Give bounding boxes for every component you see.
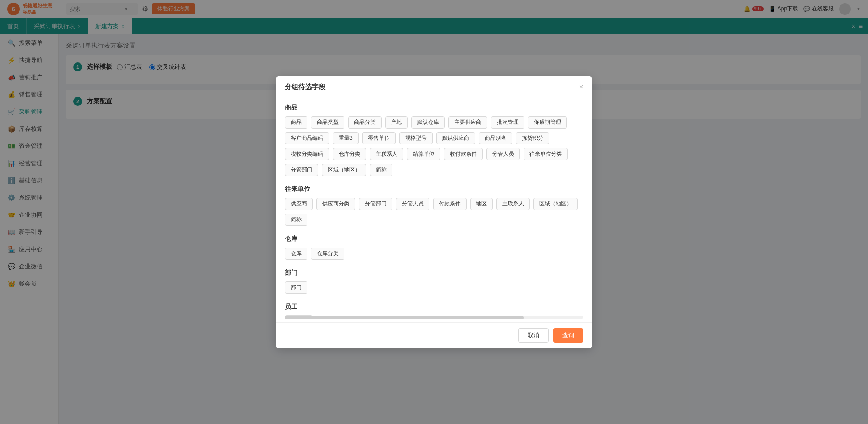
modal-title: 分组待选字段 <box>285 83 326 91</box>
field-tag[interactable]: 往来单位分类 <box>524 148 568 160</box>
field-group-dept-title: 部门 <box>285 269 583 277</box>
field-tag[interactable]: 仓库分类 <box>333 148 366 160</box>
field-group-staff-title: 员工 <box>285 303 583 311</box>
field-tag[interactable]: 仓库 <box>285 248 307 260</box>
field-tag[interactable]: 拣货积分 <box>516 132 549 144</box>
field-tag[interactable]: 地区 <box>470 198 493 210</box>
field-group-counterparty-title: 往来单位 <box>285 185 583 193</box>
field-tag[interactable]: 客户商品编码 <box>285 132 329 144</box>
field-tag[interactable]: 分管部门 <box>359 198 392 210</box>
field-tag[interactable]: 主联系人 <box>370 148 403 160</box>
field-tag[interactable]: 收付款条件 <box>444 148 483 160</box>
field-tag[interactable]: 重量3 <box>333 132 359 144</box>
field-tag[interactable]: 税收分类编码 <box>285 148 329 160</box>
counterparty-field-tags: 供应商 供应商分类 分管部门 分管人员 付款条件 地区 主联系人 区域（地区） … <box>285 198 583 226</box>
cancel-button[interactable]: 取消 <box>518 328 549 343</box>
modal-body: 商品 商品 商品类型 商品分类 产地 默认仓库 主要供应商 批次管理 保质期管理… <box>276 96 592 316</box>
field-tag[interactable]: 零售单位 <box>362 132 396 144</box>
field-tag[interactable]: 批次管理 <box>491 116 524 129</box>
field-tag[interactable]: 默认供应商 <box>436 132 475 144</box>
field-tag[interactable]: 区域（地区） <box>322 164 366 176</box>
field-tag[interactable]: 默认仓库 <box>411 116 445 129</box>
field-group-warehouse: 仓库 仓库 仓库分类 <box>285 235 583 260</box>
field-tag[interactable]: 供应商 <box>285 198 313 210</box>
field-group-staff: 员工 业务员 <box>285 303 583 316</box>
modal-horizontal-scroll-thumb <box>285 316 524 319</box>
field-tag[interactable]: 产地 <box>385 116 408 129</box>
field-tag[interactable]: 商品类型 <box>311 116 344 129</box>
field-tag[interactable]: 保质期管理 <box>528 116 567 129</box>
field-tag[interactable]: 付款条件 <box>433 198 467 210</box>
modal-close-icon[interactable]: × <box>579 83 583 91</box>
dept-field-tags: 部门 <box>285 281 583 294</box>
field-select-modal: 分组待选字段 × 商品 商品 商品类型 商品分类 产地 默认仓库 主要供应商 批… <box>276 76 592 348</box>
field-tag[interactable]: 分管人员 <box>396 198 429 210</box>
field-tag[interactable]: 区域（地区） <box>533 198 578 210</box>
field-tag[interactable]: 仓库分类 <box>311 248 344 260</box>
field-tag[interactable]: 简称 <box>370 164 392 176</box>
field-tag[interactable]: 供应商分类 <box>316 198 355 210</box>
field-group-dept: 部门 部门 <box>285 269 583 294</box>
field-group-product-title: 商品 <box>285 104 583 112</box>
field-tag[interactable]: 部门 <box>285 281 307 294</box>
field-tag[interactable]: 简称 <box>285 214 307 226</box>
field-group-counterparty: 往来单位 供应商 供应商分类 分管部门 分管人员 付款条件 地区 主联系人 区域… <box>285 185 583 226</box>
modal-horizontal-scrollbar[interactable] <box>285 316 583 319</box>
field-group-warehouse-title: 仓库 <box>285 235 583 243</box>
field-tag[interactable]: 分管部门 <box>285 164 318 176</box>
field-tag[interactable]: 商品分类 <box>348 116 382 129</box>
field-tag[interactable]: 规格型号 <box>399 132 433 144</box>
field-tag[interactable]: 分管人员 <box>486 148 520 160</box>
warehouse-field-tags: 仓库 仓库分类 <box>285 248 583 260</box>
field-group-product: 商品 商品 商品类型 商品分类 产地 默认仓库 主要供应商 批次管理 保质期管理… <box>285 104 583 176</box>
confirm-button[interactable]: 查询 <box>553 328 583 343</box>
field-tag[interactable]: 主联系人 <box>496 198 530 210</box>
modal-overlay: 分组待选字段 × 商品 商品 商品类型 商品分类 产地 默认仓库 主要供应商 批… <box>0 0 868 424</box>
field-tag[interactable]: 结算单位 <box>407 148 440 160</box>
product-field-tags: 商品 商品类型 商品分类 产地 默认仓库 主要供应商 批次管理 保质期管理 客户… <box>285 116 583 176</box>
modal-header: 分组待选字段 × <box>276 76 592 96</box>
field-tag[interactable]: 主要供应商 <box>448 116 487 129</box>
modal-footer: 取消 查询 <box>276 322 592 348</box>
field-tag[interactable]: 商品 <box>285 116 307 129</box>
field-tag[interactable]: 商品别名 <box>479 132 512 144</box>
